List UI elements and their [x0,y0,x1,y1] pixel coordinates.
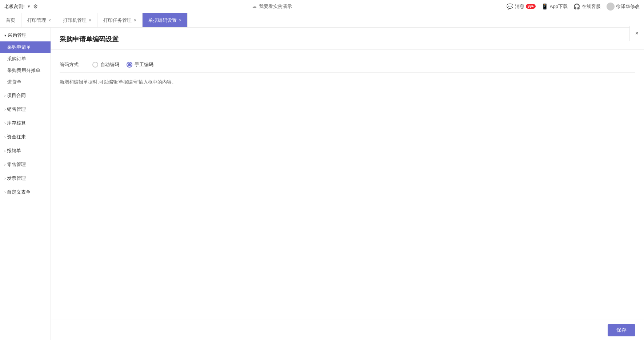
save-button[interactable]: 保存 [608,324,635,336]
search-text: 我要看实例演示 [259,3,292,10]
message-icon: 💬 [507,3,513,10]
tab-single-code-settings-label: 单据编码设置 [148,17,177,24]
sidebar-item-purchase-request[interactable]: 采购申请单 [0,41,51,53]
manual-code-label: 手工编码 [135,61,153,68]
tab-print-mgmt-close[interactable]: × [48,18,51,23]
sidebar-group-project-contract: › 项目合同 [0,89,51,102]
sidebar-group-invoice-mgmt-label: 发票管理 [7,175,26,182]
tab-print-mgmt-label: 打印管理 [27,17,46,24]
sidebar-item-purchase-expense-label: 采购费用分摊单 [7,68,40,73]
sidebar-group-project-contract-title[interactable]: › 项目合同 [0,89,51,102]
tab-home-label: 首页 [6,17,15,24]
hint-text: 新增和编辑单据时,可以编辑'单据编号'输入框中的内容。 [60,78,635,86]
tab-print-mgmt[interactable]: 打印管理 × [21,13,57,27]
top-bar: 老板勿割! ▾ ⚙ ☁ 我要看实例演示 💬 消息 99+ 📱 App下载 🎧 在… [0,0,644,13]
sidebar-group-returns: › 报销单 [0,145,51,157]
sidebar-item-stock-in-label: 进货单 [7,79,21,85]
message-button[interactable]: 💬 消息 99+ [507,3,536,10]
sidebar-group-fund-flow-title[interactable]: › 资金往来 [0,131,51,143]
sidebar-item-purchase-expense[interactable]: 采购费用分摊单 [0,65,51,76]
search-bar[interactable]: ☁ 我要看实例演示 [252,3,292,10]
tab-printer-mgmt-close[interactable]: × [89,18,91,23]
global-close-icon: × [635,30,639,37]
sidebar-group-inventory-settlement: › 库存核算 [0,117,51,129]
app-download-button[interactable]: 📱 App下载 [541,3,568,10]
chevron-down-icon: ▾ [4,33,6,37]
tab-print-task-mgmt-close[interactable]: × [134,18,136,23]
content-header: 采购申请单编码设置 [51,28,644,50]
app-title: 老板勿割! [4,3,25,10]
headset-icon: 🎧 [573,3,580,10]
user-label: 徐泽华修改 [616,3,640,10]
tab-home[interactable]: 首页 [0,13,21,27]
chevron-right-icon-retail: › [4,163,5,167]
chevron-right-icon-project: › [4,94,5,98]
sidebar-group-custom-forms: › 自定义表单 [0,186,51,198]
sidebar-group-fund-flow: › 资金往来 [0,131,51,143]
app-download-label: App下载 [550,3,568,10]
coding-method-radio-group: 自动编码 手工编码 [92,61,153,68]
user-menu[interactable]: 徐泽华修改 [607,3,640,11]
chevron-right-icon-inventory: › [4,121,5,125]
tab-bar: 首页 打印管理 × 打印机管理 × 打印任务管理 × 单据编码设置 × [0,13,644,28]
auto-code-radio[interactable] [92,62,98,68]
tab-single-code-settings-close[interactable]: × [179,18,181,23]
sidebar-group-purchase-mgmt: ▾ 采购管理 采购申请单 采购订单 采购费用分摊单 进货单 [0,29,51,88]
sidebar-item-stock-in[interactable]: 进货单 [0,76,51,88]
sidebar-group-project-contract-label: 项目合同 [7,92,26,99]
sidebar-group-returns-label: 报销单 [7,147,21,154]
online-support-label: 在线客服 [582,3,601,10]
auto-code-option[interactable]: 自动编码 [92,61,119,68]
sidebar-group-sales-mgmt: › 销售管理 [0,103,51,116]
message-label: 消息 [515,3,524,10]
page-title: 采购申请单编码设置 [60,35,635,44]
chevron-right-icon-returns: › [4,149,5,153]
chevron-right-icon-fund: › [4,135,5,139]
global-close-button[interactable]: × [629,26,644,41]
sidebar-group-retail-mgmt-title[interactable]: › 零售管理 [0,158,51,171]
avatar-icon [607,3,615,11]
content-area: 采购申请单编码设置 编码方式 自动编码 手工编码 新增和编辑单据时,可以 [51,28,644,340]
sidebar-group-returns-title[interactable]: › 报销单 [0,145,51,157]
sidebar-group-invoice-mgmt-title[interactable]: › 发票管理 [0,172,51,185]
chevron-right-icon-sales: › [4,108,5,112]
sidebar-group-purchase-mgmt-title[interactable]: ▾ 采购管理 [0,29,51,41]
sidebar-group-inventory-settlement-title[interactable]: › 库存核算 [0,117,51,129]
chevron-right-icon-invoice: › [4,177,5,181]
sidebar-group-invoice-mgmt: › 发票管理 [0,172,51,185]
auto-code-label: 自动编码 [100,61,119,68]
top-bar-left: 老板勿割! ▾ ⚙ [4,3,38,10]
dropdown-icon[interactable]: ▾ [28,4,30,9]
sidebar-group-retail-mgmt-label: 零售管理 [7,161,26,168]
tab-printer-mgmt-label: 打印机管理 [63,17,87,24]
download-icon: 📱 [541,3,548,10]
sidebar-group-inventory-settlement-label: 库存核算 [7,120,26,126]
tab-single-code-settings[interactable]: 单据编码设置 × [143,13,188,27]
message-badge: 99+ [526,4,536,9]
sidebar-group-custom-forms-label: 自定义表单 [7,189,31,195]
sidebar-item-purchase-order[interactable]: 采购订单 [0,53,51,65]
main-layout: ▾ 采购管理 采购申请单 采购订单 采购费用分摊单 进货单 › 项目合同 [0,28,644,340]
sidebar-group-sales-mgmt-title[interactable]: › 销售管理 [0,103,51,116]
tab-print-task-mgmt-label: 打印任务管理 [103,17,132,24]
manual-code-radio[interactable] [127,62,132,68]
chevron-right-icon-custom: › [4,190,5,194]
content-footer: 保存 [51,320,644,340]
sidebar-group-custom-forms-title[interactable]: › 自定义表单 [0,186,51,198]
coding-method-label: 编码方式 [60,61,85,68]
content-body: 编码方式 自动编码 手工编码 新增和编辑单据时,可以编辑'单据编号'输入框中的内… [51,50,644,320]
manual-code-option[interactable]: 手工编码 [127,61,153,68]
sidebar: ▾ 采购管理 采购申请单 采购订单 采购费用分摊单 进货单 › 项目合同 [0,28,51,340]
tab-printer-mgmt[interactable]: 打印机管理 × [57,13,97,27]
sidebar-group-fund-flow-label: 资金往来 [7,134,26,140]
sidebar-group-purchase-mgmt-label: 采购管理 [8,32,27,39]
top-bar-right: 💬 消息 99+ 📱 App下载 🎧 在线客服 徐泽华修改 [507,3,640,11]
sidebar-group-sales-mgmt-label: 销售管理 [7,106,26,113]
sidebar-item-purchase-request-label: 采购申请单 [7,44,31,50]
sidebar-item-purchase-order-label: 采购订单 [7,56,26,61]
online-support-button[interactable]: 🎧 在线客服 [573,3,601,10]
cloud-icon: ☁ [252,4,257,9]
settings-icon[interactable]: ⚙ [33,3,38,10]
sidebar-group-retail-mgmt: › 零售管理 [0,158,51,171]
tab-print-task-mgmt[interactable]: 打印任务管理 × [97,13,143,27]
